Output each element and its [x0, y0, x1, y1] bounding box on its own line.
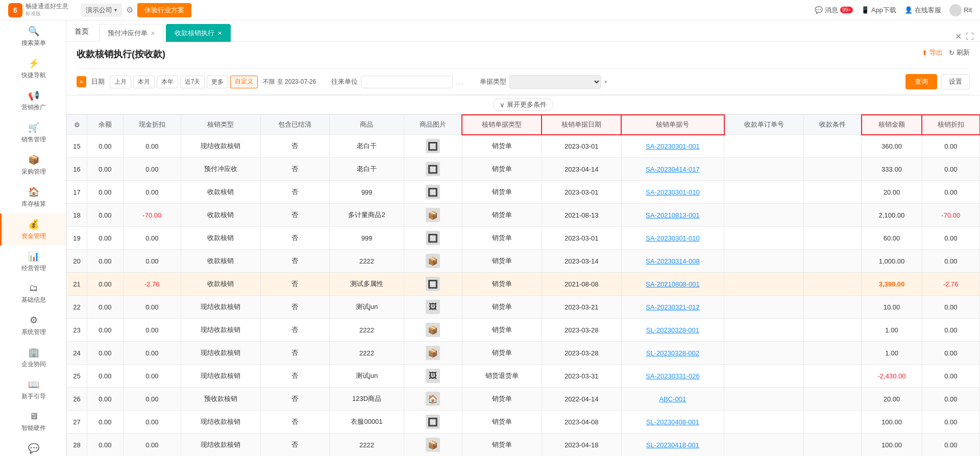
collection-order-no-cell [724, 434, 804, 457]
online-service-button[interactable]: 👤 在线客服 [904, 6, 941, 15]
sidebar-item-guide[interactable]: 📖 新手引导 [0, 374, 66, 406]
user-avatar [949, 4, 962, 16]
th-balance: 余额 [87, 115, 124, 135]
sidebar-item-wechat[interactable]: 💬 企业微信 [0, 438, 66, 456]
product-image-cell: 🔲 [404, 135, 462, 158]
date-btn-this-month[interactable]: 本月 [133, 76, 155, 88]
verify-no-cell[interactable]: SA-20230301-010 [621, 181, 724, 204]
th-settings[interactable]: ⚙ [67, 115, 87, 135]
collection-order-no-cell [724, 181, 804, 204]
balance-cell: 0.00 [87, 204, 124, 227]
verify-no-link[interactable]: SL-20230418-001 [646, 441, 699, 449]
sidebar-item-purchase[interactable]: 📦 采购管理 [0, 149, 66, 181]
verify-no-link[interactable]: SL-20230328-001 [646, 326, 699, 334]
sidebar-item-search[interactable]: 🔍 搜索菜单 [0, 20, 66, 53]
th-verify-date: 核销单据日期 [542, 115, 621, 135]
refresh-button[interactable]: ↻ 刷新 [949, 48, 970, 57]
verify-no-link[interactable]: SL-20230328-002 [646, 349, 699, 357]
top-bar-right: 💬 消息 99+ 📱 App下载 👤 在线客服 Rit [815, 4, 972, 16]
verify-no-cell[interactable]: SA-20230301-001 [621, 135, 724, 158]
date-btn-last-month[interactable]: 上月 [110, 76, 131, 88]
table-row: 210.00-2.76收款核销否测试多属性🔲销货单2021-08-08SA-20… [67, 273, 980, 296]
row-number: 26 [67, 388, 87, 411]
date-custom-label[interactable]: 自定义 [230, 76, 258, 88]
notification-button[interactable]: 💬 消息 99+ [815, 6, 853, 15]
settings-icon[interactable]: ⚙ [126, 5, 133, 15]
verify-no-link[interactable]: SL-20230408-001 [646, 418, 699, 426]
app-download-button[interactable]: 📱 App下载 [861, 6, 896, 15]
verify-no-link[interactable]: SA-20230314-008 [646, 257, 700, 265]
verify-no-cell[interactable]: SA-20230301-010 [621, 227, 724, 250]
industry-button[interactable]: 休验行业方案 [137, 3, 191, 17]
expand-conditions-button[interactable]: ∨ 展开更多条件 [493, 99, 553, 111]
verify-no-cell[interactable]: SA-20230314-008 [621, 250, 724, 273]
date-btn-this-year[interactable]: 本年 [157, 76, 178, 88]
verify-no-link[interactable]: SA-20230301-010 [646, 234, 700, 242]
product-cell: 老白干 [329, 135, 404, 158]
tab-prepay-close[interactable]: ✕ [151, 30, 155, 37]
verify-no-cell[interactable]: SA-20210808-001 [621, 273, 724, 296]
date-btn-7days[interactable]: 近7天 [180, 76, 205, 88]
tab-home[interactable]: 首页 [66, 23, 97, 41]
verify-no-cell[interactable]: SL-20230328-002 [621, 342, 724, 365]
verify-no-cell[interactable]: SL-20230408-001 [621, 411, 724, 434]
tab-collection-close[interactable]: ✕ [217, 30, 222, 37]
verify-no-cell[interactable]: SA-20230321-012 [621, 296, 724, 319]
verify-no-link[interactable]: SA-20230414-017 [646, 165, 700, 173]
verify-no-link[interactable]: SA-20210813-001 [646, 211, 700, 219]
sidebar-item-shortcut[interactable]: ⚡ 快捷导航 [0, 53, 66, 85]
verify-no-link[interactable]: SA-20230321-012 [646, 303, 700, 311]
page-header: 收款核销执行(按收款) ⬆ 导出 ↻ 刷新 » 日期 上 [66, 42, 980, 95]
query-button[interactable]: 查询 [905, 74, 937, 89]
verify-no-link[interactable]: SA-20230301-001 [646, 142, 700, 150]
tab-collection[interactable]: 收款核销执行 ✕ [166, 24, 231, 42]
column-settings-icon[interactable]: ⚙ [74, 121, 80, 129]
export-button[interactable]: ⬆ 导出 [922, 48, 943, 57]
maximize-icon[interactable]: ⛶ [966, 32, 974, 41]
sidebar-item-finance[interactable]: 💰 资金管理 [0, 213, 66, 246]
company-selector[interactable]: 演示公司 ▾ [81, 4, 122, 17]
sidebar-item-inventory[interactable]: 🏠 库存核算 [0, 181, 66, 213]
verify-no-link[interactable]: SA-20210808-001 [646, 280, 700, 288]
tab-collection-label: 收款核销执行 [175, 29, 214, 38]
verify-date-cell: 2023-03-28 [542, 342, 621, 365]
sidebar-item-system[interactable]: ⚙ 系统管理 [0, 309, 66, 342]
include-settled-cell: 否 [261, 434, 330, 457]
verify-no-cell[interactable]: ABC-001 [621, 388, 724, 411]
partner-input[interactable] [361, 76, 453, 88]
balance-cell: 0.00 [87, 296, 124, 319]
tab-prepay[interactable]: 预付冲应付单 ✕ [99, 24, 164, 42]
cash-discount-cell: 0.00 [123, 411, 181, 434]
sidebar-item-sales[interactable]: 🛒 销售管理 [0, 117, 66, 149]
verify-no-link[interactable]: SA-20230331-026 [646, 372, 700, 380]
product-thumbnail: 📦 [426, 438, 440, 452]
verify-date-cell: 2023-03-14 [542, 250, 621, 273]
sidebar-item-company[interactable]: 🏢 企业协同 [0, 342, 66, 374]
verify-no-cell[interactable]: SA-20210813-001 [621, 204, 724, 227]
marketing-icon: 📢 [28, 90, 39, 101]
partner-dots: ... [456, 78, 464, 86]
verify-type-cell: 现结收款核销 [181, 319, 260, 342]
collection-order-no-cell [724, 250, 804, 273]
table-settings-button[interactable]: 设置 [941, 74, 970, 89]
product-thumbnail: 📦 [426, 323, 440, 337]
verify-no-link[interactable]: ABC-001 [659, 395, 686, 403]
table-row: 160.000.00预付冲应收否老白干🔲销货单2023-04-14SA-2023… [67, 158, 980, 181]
date-btn-more[interactable]: 更多 [207, 76, 228, 88]
filter-toggle-button[interactable]: » [77, 76, 86, 87]
verify-no-cell[interactable]: SL-20230328-001 [621, 319, 724, 342]
verify-no-cell[interactable]: SA-20230414-017 [621, 158, 724, 181]
voucher-type-select[interactable] [509, 75, 601, 89]
verify-no-link[interactable]: SA-20230301-010 [646, 188, 700, 196]
user-menu[interactable]: Rit [949, 4, 972, 16]
verify-no-cell[interactable]: SA-20230331-026 [621, 365, 724, 388]
collection-condition-cell [804, 273, 862, 296]
sidebar-item-business[interactable]: 📊 经营管理 [0, 246, 66, 278]
verify-no-cell[interactable]: SL-20230418-001 [621, 434, 724, 457]
date-range-text: 不限 至 2023-07-26 [263, 78, 316, 86]
verify-discount-cell: 0.00 [922, 250, 979, 273]
sidebar-item-hardware[interactable]: 🖥 智能硬件 [0, 406, 66, 438]
sidebar-item-marketing[interactable]: 📢 营销推广 [0, 85, 66, 117]
sidebar-item-basic[interactable]: 🗂 基础信息 [0, 278, 66, 309]
close-window-icon[interactable]: ✕ [955, 32, 962, 41]
